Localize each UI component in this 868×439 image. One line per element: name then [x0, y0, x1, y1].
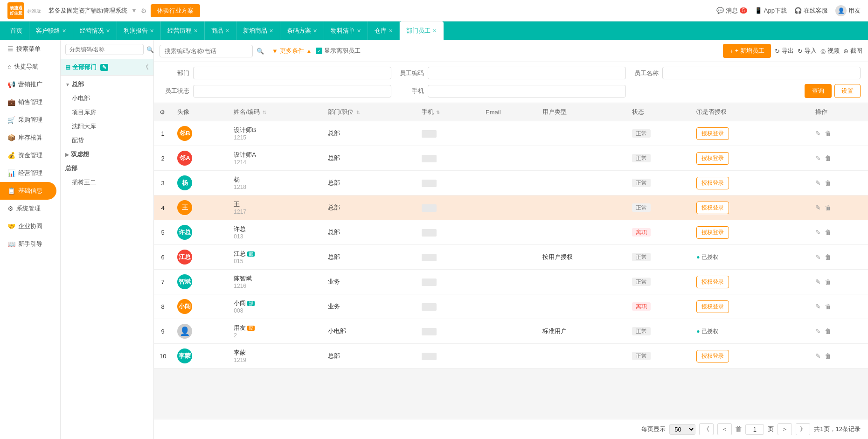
delete-btn[interactable]: 🗑: [825, 204, 831, 211]
nav-dropdown-icon[interactable]: ▼: [131, 7, 137, 14]
authorize-btn[interactable]: 授权登录: [696, 226, 729, 239]
dept-node-xiaodianbu[interactable]: 小电部: [61, 91, 153, 105]
delete-btn[interactable]: 🗑: [825, 253, 831, 261]
sort-name-icon[interactable]: ⇅: [263, 110, 266, 115]
edit-btn[interactable]: ✎: [815, 154, 821, 162]
dept-node-xiangmukufang[interactable]: 项目库房: [61, 105, 153, 119]
tab-staff-close[interactable]: ✕: [432, 28, 437, 34]
dept-edit-icon[interactable]: ✎: [100, 64, 108, 71]
delete-btn[interactable]: 🗑: [825, 179, 831, 187]
trial-btn[interactable]: 体验行业方案: [151, 4, 200, 17]
dept-search-icon[interactable]: 🔍: [146, 46, 154, 53]
tab-addgoods-close[interactable]: ✕: [269, 28, 273, 34]
tab-barcode[interactable]: 条码方案 ✕: [280, 21, 324, 40]
authorize-btn[interactable]: 授权登录: [696, 177, 729, 189]
edit-btn[interactable]: ✎: [815, 179, 821, 187]
sort-phone-icon[interactable]: ⇅: [436, 110, 440, 115]
tab-profit-close[interactable]: ✕: [150, 28, 154, 34]
dept-node-chashuwanger[interactable]: 插树王二: [61, 175, 153, 189]
tab-addgoods[interactable]: 新增商品 ✕: [236, 21, 280, 40]
first-page-btn[interactable]: 《: [699, 423, 714, 435]
sidebar-item-system[interactable]: ⚙ 系统管理: [0, 200, 60, 217]
tab-process[interactable]: 经营历程 ✕: [161, 21, 205, 40]
next-page-btn[interactable]: ＞: [778, 423, 792, 435]
sidebar-item-sales[interactable]: 💼 销售管理: [0, 93, 60, 111]
delete-btn[interactable]: 🗑: [825, 130, 831, 137]
dept-node-peihuo[interactable]: 配货: [61, 133, 153, 147]
more-filter-btn[interactable]: ▼ 更多条件 ▲: [272, 47, 312, 55]
settings-icon[interactable]: ⚙: [141, 7, 147, 14]
page-input[interactable]: [745, 424, 764, 435]
tab-home[interactable]: 首页: [4, 21, 29, 40]
tab-customer[interactable]: 客户联络 ✕: [29, 21, 73, 40]
edit-btn[interactable]: ✎: [815, 328, 821, 335]
message-btn[interactable]: 💬 消息 5: [716, 7, 747, 15]
show-inactive-checkbox[interactable]: ✓: [316, 48, 322, 54]
sidebar-item-basic[interactable]: 📋 基础信息: [0, 182, 56, 200]
filter-dept-select[interactable]: [193, 67, 391, 79]
sidebar-item-marketing[interactable]: 📢 营销推广: [0, 76, 60, 93]
edit-btn[interactable]: ✎: [815, 229, 821, 236]
tab-material[interactable]: 物料清单 ✕: [324, 21, 368, 40]
tab-business-close[interactable]: ✕: [106, 28, 110, 34]
edit-btn[interactable]: ✎: [815, 204, 821, 211]
reset-btn[interactable]: 设置: [834, 84, 861, 98]
sort-dept-icon[interactable]: ⇅: [356, 110, 360, 115]
edit-btn[interactable]: ✎: [815, 253, 821, 261]
dept-node-shenyangdaku[interactable]: 沈阳大库: [61, 119, 153, 133]
query-btn[interactable]: 查询: [805, 84, 832, 98]
tab-process-close[interactable]: ✕: [194, 28, 198, 34]
delete-btn[interactable]: 🗑: [825, 229, 831, 236]
tab-staff[interactable]: 部门员工 ✕: [400, 21, 444, 40]
tab-material-close[interactable]: ✕: [357, 28, 361, 34]
authorize-btn[interactable]: 授权登录: [696, 127, 729, 140]
dept-node-shuanglvxiang[interactable]: ▶双虑想: [61, 147, 153, 161]
sidebar-item-quicknav[interactable]: ⌂ 快捷导航: [0, 58, 60, 76]
tab-warehouse-close[interactable]: ✕: [389, 28, 393, 34]
tab-customer-close[interactable]: ✕: [62, 28, 66, 34]
more-actions-btn[interactable]: ⊕ 截图: [843, 47, 862, 55]
sidebar-item-purchase[interactable]: 🛒 采购管理: [0, 111, 60, 129]
sidebar-item-collab[interactable]: 🤝 企业协同: [0, 217, 60, 235]
dept-search-input[interactable]: [65, 44, 144, 55]
tab-profit[interactable]: 利润报告 ✕: [117, 21, 161, 40]
prev-page-btn[interactable]: ＜: [717, 423, 732, 435]
export-btn[interactable]: ↻ 导出: [775, 47, 794, 55]
sidebar-item-operation[interactable]: 📊 经营管理: [0, 164, 60, 182]
tab-goods-close[interactable]: ✕: [225, 28, 229, 34]
delete-btn[interactable]: 🗑: [825, 278, 831, 286]
edit-btn[interactable]: ✎: [815, 303, 821, 310]
delete-btn[interactable]: 🗑: [825, 154, 831, 162]
dept-node-zongbu2[interactable]: 总部: [61, 161, 153, 175]
authorize-btn[interactable]: 授权登录: [696, 202, 729, 214]
show-inactive-toggle[interactable]: ✓ 显示离职员工: [316, 47, 361, 55]
filter-empcode-input[interactable]: [428, 67, 626, 79]
dept-all-btn[interactable]: ⊞ 全部部门 ✎ 《: [61, 59, 153, 76]
sidebar-item-search[interactable]: ☰ 搜索菜单: [0, 40, 60, 58]
sidebar-item-guide[interactable]: 📖 新手引导: [0, 235, 60, 253]
tab-business[interactable]: 经营情况 ✕: [73, 21, 117, 40]
tab-warehouse[interactable]: 仓库 ✕: [368, 21, 400, 40]
per-page-select[interactable]: 50 100: [669, 424, 695, 435]
filter-phone-input[interactable]: [428, 85, 626, 98]
search-input[interactable]: [160, 45, 253, 57]
edit-btn[interactable]: ✎: [815, 130, 821, 137]
edit-btn[interactable]: ✎: [815, 352, 821, 360]
delete-btn[interactable]: 🗑: [825, 303, 831, 310]
add-employee-btn[interactable]: + + 新增员工: [723, 44, 771, 58]
sidebar-item-finance[interactable]: 💰 资金管理: [0, 146, 60, 164]
last-page-btn[interactable]: 》: [796, 423, 810, 435]
sidebar-item-inventory[interactable]: 📦 库存核算: [0, 129, 60, 146]
edit-btn[interactable]: ✎: [815, 278, 821, 286]
filter-status-select[interactable]: [193, 85, 391, 98]
authorize-btn[interactable]: 授权登录: [696, 300, 729, 313]
authorize-btn[interactable]: 授权登录: [696, 276, 729, 288]
col-settings[interactable]: ⚙: [154, 103, 172, 121]
online-service-btn[interactable]: 🎧 在线客服: [794, 7, 828, 15]
dept-node-zongbu-group[interactable]: ▼总部: [61, 77, 153, 91]
user-btn[interactable]: 👤 用友: [835, 5, 861, 16]
search-submit-btn[interactable]: 🔍: [257, 48, 264, 55]
delete-btn[interactable]: 🗑: [825, 328, 831, 335]
import-btn[interactable]: ↻ 导入: [798, 47, 817, 55]
filter-empname-input[interactable]: [662, 67, 861, 79]
